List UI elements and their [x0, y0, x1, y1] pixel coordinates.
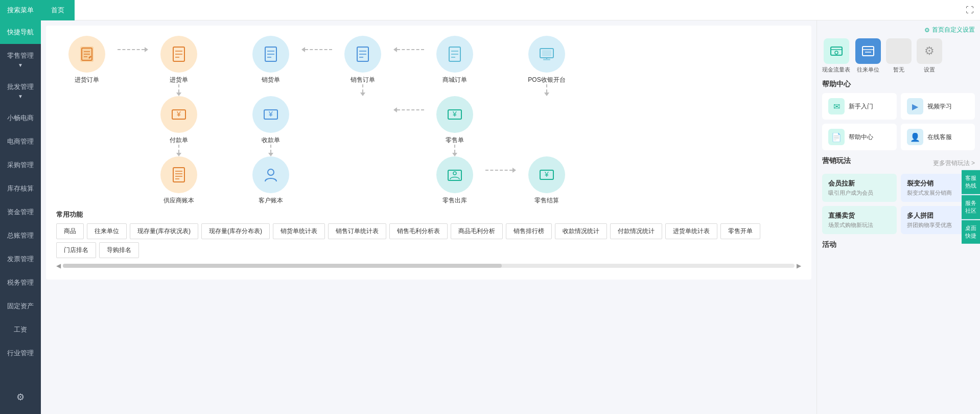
- quick-icon-settings[interactable]: ⚙ 设置: [917, 38, 942, 74]
- quick-icon-cash-flow[interactable]: 现金流量表: [822, 38, 850, 74]
- help-label: 帮助中心: [849, 133, 873, 142]
- sidebar-settings-icon[interactable]: ⚙: [0, 385, 41, 409]
- float-btn-community[interactable]: 服务 社区: [962, 195, 980, 219]
- flow-node-sales-bill[interactable]: 销货单: [240, 36, 301, 84]
- float-btn-desktop-shortcut[interactable]: 桌面 快捷: [962, 220, 980, 244]
- flow-node-supplier-account[interactable]: 供应商账本: [148, 156, 209, 205]
- flow-node-purchase-order[interactable]: 进货订单: [56, 36, 118, 84]
- live-title: 直播卖货: [828, 211, 891, 220]
- sidebar-item-invoice-mgmt[interactable]: 发票管理: [0, 247, 41, 271]
- flow-node-purchase-bill[interactable]: 进货单: [148, 36, 209, 84]
- down-arrow-purchase-order: [56, 84, 118, 96]
- marketing-more-link[interactable]: 更多营销玩法 >: [933, 159, 975, 168]
- help-item-beginner[interactable]: ✉ 新手入门: [822, 93, 897, 120]
- main-layout: 快捷导航 零售管理 ▼ 批发管理 ▼ 小畅电商 电商管理 采购管理 库存核算 资…: [0, 20, 980, 414]
- fullscreen-icon[interactable]: ⛶: [965, 5, 975, 15]
- top-right-area: ⛶: [965, 5, 980, 15]
- sidebar-item-xiaochang[interactable]: 小畅电商: [0, 106, 41, 130]
- cash-flow-icon-box: [824, 38, 849, 64]
- sidebar-item-label: 批发管理: [7, 82, 34, 91]
- sidebar-item-label: 总账管理: [7, 231, 34, 240]
- scroll-track[interactable]: [63, 264, 795, 268]
- flow-node-retail-settle[interactable]: ¥ 零售结算: [516, 156, 577, 205]
- home-tab[interactable]: 首页: [41, 0, 75, 20]
- help-item-help[interactable]: 📄 帮助中心: [822, 124, 897, 150]
- func-btn-10[interactable]: 付款情况统计: [610, 223, 662, 239]
- flow-node-receipt[interactable]: ¥ 收款单: [240, 96, 301, 145]
- func-btn-11[interactable]: 进货单统计表: [665, 223, 717, 239]
- func-btn-13[interactable]: 门店排名: [56, 242, 96, 258]
- help-item-online-service[interactable]: 👤 在线客服: [901, 124, 975, 150]
- search-menu-button[interactable]: 搜索菜单: [0, 0, 41, 20]
- svg-rect-22: [543, 59, 550, 60]
- arrow-3: [393, 36, 424, 52]
- video-icon: ▶: [907, 98, 923, 114]
- chevron-icon: ▼: [18, 62, 23, 68]
- sidebar-item-label: 零售管理: [7, 51, 34, 60]
- none-label: 暂无: [893, 66, 904, 74]
- scroll-right-arrow[interactable]: ▶: [797, 262, 801, 269]
- scroll-thumb: [63, 264, 502, 268]
- pos-cashier-label: POS收银开台: [528, 76, 565, 84]
- flow-node-retail[interactable]: ¥ 零售单: [424, 96, 485, 145]
- sidebar-item-retail-mgmt[interactable]: 零售管理 ▼: [0, 44, 41, 75]
- online-service-icon: 👤: [907, 129, 923, 145]
- sidebar-item-ecom-mgmt[interactable]: 电商管理: [0, 130, 41, 153]
- sidebar-item-inventory[interactable]: 库存核算: [0, 177, 41, 200]
- svg-text:¥: ¥: [452, 110, 457, 118]
- marketing-item-member[interactable]: 会员拉新 吸引用户成为会员: [822, 174, 897, 202]
- svg-text:¥: ¥: [176, 110, 181, 118]
- func-btn-2[interactable]: 现存量(库存状况表): [130, 223, 198, 239]
- live-desc: 场景式购物新玩法: [828, 221, 891, 229]
- down-arrow-pos: [516, 84, 577, 96]
- receipt-circle: ¥: [252, 96, 289, 133]
- payment-label: 付款单: [170, 136, 188, 145]
- func-btn-4[interactable]: 销货单统计表: [273, 223, 325, 239]
- sidebar-item-purchase-mgmt[interactable]: 采购管理: [0, 153, 41, 177]
- help-item-video[interactable]: ▶ 视频学习: [901, 93, 975, 120]
- quick-icon-partner[interactable]: 往来单位: [855, 38, 881, 74]
- func-btn-8[interactable]: 销售排行榜: [506, 223, 552, 239]
- func-btn-5[interactable]: 销售订单统计表: [328, 223, 386, 239]
- sidebar-item-quick-nav[interactable]: 快捷导航: [0, 20, 41, 44]
- flow-node-sales-order[interactable]: 销售订单: [332, 36, 393, 84]
- flow-node-customer-account[interactable]: 客户账本: [240, 156, 301, 205]
- func-btn-14[interactable]: 导购排名: [99, 242, 139, 258]
- flow-node-mall-order[interactable]: 商城订单: [424, 36, 485, 84]
- settings-gear-icon: ⚙: [924, 44, 935, 58]
- float-btn-customer-service[interactable]: 客服 热线: [962, 170, 980, 194]
- marketing-item-live[interactable]: 直播卖货 场景式购物新玩法: [822, 206, 897, 234]
- func-btn-1[interactable]: 往来单位: [87, 223, 127, 239]
- sidebar-item-other[interactable]: 行业管理: [0, 341, 41, 365]
- sidebar-item-fixed-assets[interactable]: 固定资产: [0, 294, 41, 318]
- flow-node-payment[interactable]: ¥ 付款单: [148, 96, 209, 145]
- flow-node-pos-cashier[interactable]: POS收银开台: [516, 36, 577, 84]
- customize-label: 首页自定义设置: [932, 26, 975, 34]
- sidebar-item-general-ledger[interactable]: 总账管理: [0, 224, 41, 247]
- arrow-2: [301, 36, 332, 52]
- sidebar-item-label: 发票管理: [7, 255, 34, 264]
- member-title: 会员拉新: [828, 179, 891, 188]
- sidebar-item-finance[interactable]: 资金管理: [0, 200, 41, 224]
- func-btn-6[interactable]: 销售毛利分析表: [389, 223, 448, 239]
- func-btn-3[interactable]: 现存量(库存分布表): [201, 223, 270, 239]
- func-btn-7[interactable]: 商品毛利分析: [451, 223, 503, 239]
- func-btn-9[interactable]: 收款情况统计: [555, 223, 607, 239]
- flow-node-retail-outbound[interactable]: 零售出库: [424, 156, 485, 205]
- none-icon-box: [886, 38, 912, 64]
- quick-icon-none[interactable]: 暂无: [886, 38, 912, 74]
- svg-rect-31: [173, 168, 184, 182]
- arrow-to-settle: [485, 156, 516, 173]
- func-btn-12[interactable]: 零售开单: [720, 223, 760, 239]
- scroll-left-arrow[interactable]: ◀: [56, 262, 61, 269]
- sidebar-item-wholesale-mgmt[interactable]: 批发管理 ▼: [0, 75, 41, 106]
- func-btn-0[interactable]: 商品: [56, 223, 84, 239]
- sidebar-item-tax-mgmt[interactable]: 税务管理: [0, 271, 41, 294]
- home-customize-link[interactable]: ⚙ 首页自定义设置: [822, 26, 975, 34]
- marketing-header: 营销玩法 更多营销玩法 >: [822, 156, 975, 170]
- sales-order-label: 销售订单: [351, 76, 375, 84]
- supplier-account-label: 供应商账本: [164, 196, 194, 205]
- sidebar-item-label: 固定资产: [7, 302, 34, 311]
- sidebar-item-salary[interactable]: 工资: [0, 318, 41, 341]
- sidebar-item-label: 电商管理: [7, 137, 34, 146]
